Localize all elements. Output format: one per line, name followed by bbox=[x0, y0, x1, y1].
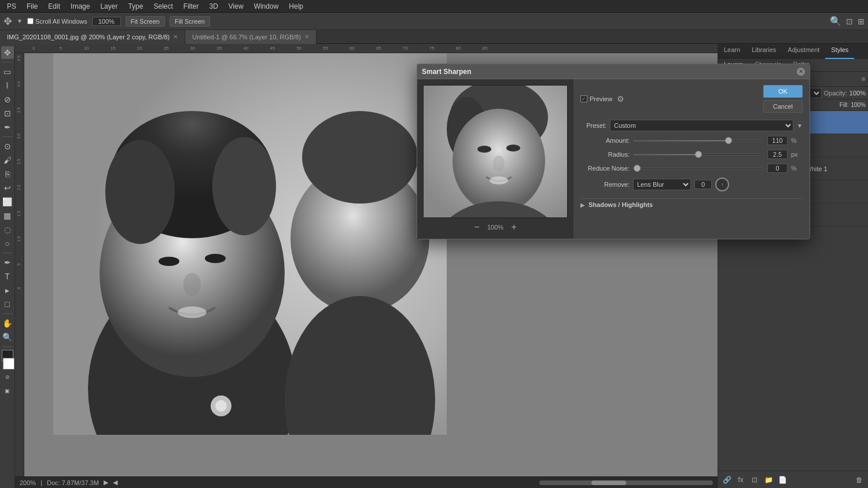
tabs-bar: IMG_20201108_0001.jpg @ 200% (Layer 2 co… bbox=[0, 30, 868, 44]
menu-image[interactable]: Image bbox=[66, 1, 94, 12]
reduce-noise-unit: % bbox=[791, 165, 803, 172]
new-layer-btn[interactable]: 📄 bbox=[776, 474, 789, 486]
preview-checkbox[interactable] bbox=[580, 95, 587, 102]
preset-select[interactable]: Custom bbox=[610, 120, 793, 131]
radius-thumb[interactable] bbox=[695, 151, 702, 158]
panel-tab-styles[interactable]: Styles bbox=[825, 44, 854, 59]
menu-help[interactable]: Help bbox=[284, 1, 308, 12]
hand-tool[interactable]: ✋ bbox=[1, 317, 14, 330]
cancel-button[interactable]: Cancel bbox=[763, 100, 803, 113]
menu-3d[interactable]: 3D bbox=[204, 1, 222, 12]
panel-tab-adjustment[interactable]: Adjustment bbox=[782, 44, 825, 59]
remove-select[interactable]: Gaussian Blur Lens Blur Motion Blur bbox=[633, 179, 691, 190]
ruler-tick-10: 10 bbox=[84, 46, 89, 51]
ruler-vertical: 0 5 1 0 1 5 2 0 2 5 3 0 3 5 4 0 4 5 bbox=[15, 53, 24, 476]
remove-angle-input[interactable] bbox=[694, 180, 712, 189]
window-icon[interactable]: ⊡ bbox=[846, 17, 853, 26]
zoom-in-btn[interactable]: + bbox=[508, 221, 520, 233]
gradient-tool[interactable]: ▦ bbox=[1, 209, 14, 222]
tab-1[interactable]: Untitled-1 @ 66.7% (Layer 10, RGB/8) ✕ bbox=[185, 30, 317, 44]
preview-controls: − 100% + bbox=[471, 221, 520, 233]
delete-layer-btn[interactable]: 🗑 bbox=[853, 474, 866, 486]
link-layers-btn[interactable]: 🔗 bbox=[720, 474, 733, 486]
fill-screen-button[interactable]: Fill Screen bbox=[170, 16, 210, 27]
menu-file[interactable]: File bbox=[22, 1, 42, 12]
new-group-btn[interactable]: 📁 bbox=[762, 474, 775, 486]
reduce-noise-slider[interactable] bbox=[633, 168, 764, 169]
clone-tool[interactable]: ⎘ bbox=[1, 168, 14, 180]
brush-tool[interactable]: 🖌 bbox=[1, 154, 14, 167]
eyedropper-tool[interactable]: ✒ bbox=[1, 121, 14, 134]
background-color[interactable] bbox=[3, 358, 14, 369]
filter-toggle-icon[interactable]: ⊗ bbox=[861, 76, 866, 82]
status-arrow-back[interactable]: ◀ bbox=[113, 479, 117, 486]
scroll-all-windows-checkbox[interactable] bbox=[27, 18, 34, 24]
spot-heal-tool[interactable]: ⊙ bbox=[1, 140, 14, 153]
menu-select[interactable]: Select bbox=[149, 1, 177, 12]
history-brush-tool[interactable]: ↩ bbox=[1, 182, 14, 194]
panel-tab-libraries[interactable]: Libraries bbox=[746, 44, 782, 59]
ok-button[interactable]: OK bbox=[763, 85, 803, 98]
amount-label: Amount: bbox=[580, 137, 630, 144]
add-style-btn[interactable]: fx bbox=[734, 474, 747, 486]
amount-value-input[interactable]: 110 bbox=[767, 136, 788, 145]
menu-type[interactable]: Type bbox=[123, 1, 148, 12]
dialog-preview-area: − 100% + bbox=[417, 79, 573, 239]
status-arrow-forward[interactable]: ▶ bbox=[104, 479, 108, 486]
move-tool[interactable]: ✥ bbox=[1, 46, 14, 59]
move-tool-icon[interactable]: ✥ bbox=[3, 15, 12, 28]
zoom-tool[interactable]: 🔍 bbox=[1, 331, 14, 343]
smart-sharpen-dialog[interactable]: Smart Sharpen ✕ bbox=[417, 64, 810, 239]
ruler-tick-75: 75 bbox=[429, 46, 435, 51]
preset-arrow-icon[interactable]: ▼ bbox=[797, 123, 803, 129]
lasso-tool[interactable]: ⌇ bbox=[1, 79, 14, 92]
menu-edit[interactable]: Edit bbox=[43, 1, 65, 12]
menu-ps[interactable]: PS bbox=[2, 1, 21, 12]
tab-1-close[interactable]: ✕ bbox=[304, 34, 309, 40]
dialog-close-button[interactable]: ✕ bbox=[797, 68, 805, 76]
h-scrollbar-thumb[interactable] bbox=[591, 480, 626, 485]
shape-tool[interactable]: □ bbox=[1, 298, 14, 310]
arrange-icon[interactable]: ⊞ bbox=[858, 17, 865, 26]
add-mask-btn[interactable]: ⊡ bbox=[748, 474, 761, 486]
type-tool[interactable]: T bbox=[1, 270, 14, 283]
dialog-preview-image[interactable] bbox=[423, 85, 568, 218]
reduce-noise-thumb[interactable] bbox=[634, 165, 641, 172]
zoom-out-btn[interactable]: − bbox=[471, 221, 483, 233]
amount-thumb[interactable] bbox=[725, 137, 732, 144]
left-toolbar: ✥ ▭ ⌇ ⊘ ⊡ ✒ ⊙ 🖌 ⎘ ↩ ⬜ ▦ ◌ ○ ✒ T ▸ □ ✋ 🔍 … bbox=[0, 44, 15, 488]
path-select-tool[interactable]: ▸ bbox=[1, 284, 14, 297]
zoom-input[interactable]: 100% bbox=[92, 17, 121, 26]
ruler-tick-60: 60 bbox=[350, 46, 355, 51]
radius-slider[interactable] bbox=[633, 154, 764, 156]
amount-fill bbox=[634, 141, 729, 141]
shadows-highlights-toggle[interactable]: ▶ Shadows / Highlights bbox=[580, 198, 803, 210]
radius-value-input[interactable]: 2.5 bbox=[767, 150, 788, 159]
tool-options-arrow[interactable]: ▼ bbox=[17, 18, 23, 24]
compass-circle[interactable]: ↑ bbox=[715, 178, 729, 191]
menu-window[interactable]: Window bbox=[249, 1, 284, 12]
amount-slider[interactable] bbox=[633, 140, 764, 142]
tab-0-close[interactable]: ✕ bbox=[173, 34, 178, 40]
marquee-tool[interactable]: ▭ bbox=[1, 65, 14, 78]
ruler-v-1: 1 0 bbox=[17, 236, 21, 242]
quick-mask-tool[interactable]: ⊘ bbox=[1, 371, 14, 383]
menu-layer[interactable]: Layer bbox=[95, 1, 122, 12]
settings-gear-btn[interactable]: ⚙ bbox=[615, 93, 626, 105]
crop-tool[interactable]: ⊡ bbox=[1, 107, 14, 120]
h-scrollbar[interactable] bbox=[539, 480, 713, 485]
fit-screen-button[interactable]: Fit Screen bbox=[126, 16, 165, 27]
dodge-tool[interactable]: ○ bbox=[1, 237, 14, 250]
ruler-v-2: 2 0 bbox=[17, 184, 21, 190]
panel-tab-learn[interactable]: Learn bbox=[718, 44, 746, 59]
blur-tool[interactable]: ◌ bbox=[1, 223, 14, 236]
eraser-tool[interactable]: ⬜ bbox=[1, 195, 14, 208]
tab-0[interactable]: IMG_20201108_0001.jpg @ 200% (Layer 2 co… bbox=[0, 30, 185, 44]
search-icon[interactable]: 🔍 bbox=[830, 16, 841, 27]
menu-filter[interactable]: Filter bbox=[179, 1, 204, 12]
pen-tool[interactable]: ✒ bbox=[1, 256, 14, 269]
reduce-noise-value-input[interactable]: 0 bbox=[767, 164, 788, 173]
quick-select-tool[interactable]: ⊘ bbox=[1, 93, 14, 106]
screen-mode-tool[interactable]: ▣ bbox=[1, 385, 14, 397]
menu-view[interactable]: View bbox=[224, 1, 248, 12]
